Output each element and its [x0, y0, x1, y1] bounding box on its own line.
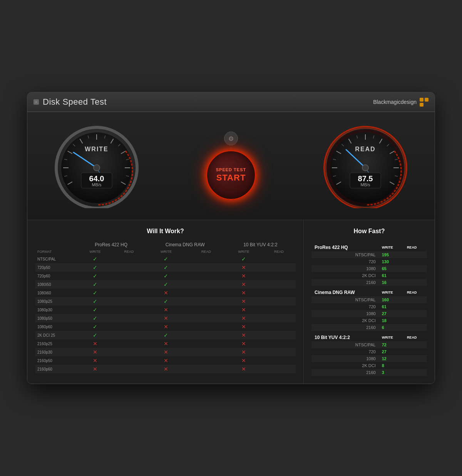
check-icon: ✓	[93, 256, 97, 262]
read-check-cell	[113, 339, 145, 348]
read-check-cell	[187, 272, 225, 280]
table-row: 720p50✓✓✕	[35, 263, 296, 272]
read-check-cell	[113, 365, 145, 373]
write-value: 195	[379, 251, 404, 258]
check-cell: ✓	[145, 331, 187, 339]
brand-name: Blackmagicdesign	[373, 99, 417, 105]
check-icon: ✓	[93, 264, 97, 271]
read-check-cell	[262, 339, 296, 348]
group-name: Cinema DNG RAW	[311, 286, 379, 296]
list-item: 720 61	[311, 303, 427, 310]
cross-icon: ✕	[241, 307, 246, 313]
brand-dot-2	[425, 98, 429, 102]
list-item: 2160 16	[311, 279, 427, 286]
read-check-cell	[187, 322, 225, 331]
check-icon: ✓	[164, 281, 168, 287]
title-bar: × Disk Speed Test Blackmagicdesign	[27, 92, 435, 112]
write-value: 8	[379, 362, 404, 369]
check-cell: ✓	[225, 255, 262, 263]
write-value: 12	[379, 355, 404, 362]
format-label: 1080	[311, 265, 379, 272]
read-check-cell	[113, 314, 145, 322]
pres-header: ProRes 422 HQ	[77, 241, 145, 249]
check-cell: ✓	[77, 331, 113, 339]
read-value	[404, 355, 427, 362]
format-label: 720	[311, 258, 379, 265]
write-value: 65	[379, 265, 404, 272]
start-button[interactable]: SPEED TEST START	[206, 150, 256, 200]
format-cell: 1080p25	[35, 297, 77, 306]
how-fast-table: ProRes 422 HQWRITEREAD NTSC/PAL 195 720 …	[311, 241, 427, 376]
format-cell: 2160p60	[35, 365, 77, 373]
read-check-cell	[262, 289, 296, 297]
brand-logo: Blackmagicdesign	[373, 98, 429, 107]
svg-text:MB/s: MB/s	[360, 182, 370, 187]
check-cell: ✕	[225, 306, 262, 314]
write-value: 3	[379, 369, 404, 376]
check-cell: ✓	[145, 255, 187, 263]
cross-icon: ✕	[241, 357, 246, 364]
check-cell: ✕	[77, 356, 113, 365]
check-cell: ✓	[77, 314, 113, 322]
check-cell: ✓	[145, 297, 187, 306]
gauges-section: WRITE 64.0 MB/s ⚙ SPEED TEST START	[27, 112, 435, 220]
svg-text:MB/s: MB/s	[92, 182, 102, 187]
group-header-row: ProRes 422 HQWRITEREAD	[311, 241, 427, 251]
cross-icon: ✕	[241, 298, 246, 304]
check-cell: ✕	[225, 348, 262, 356]
check-icon: ✓	[164, 273, 168, 279]
gear-button[interactable]: ⚙	[224, 132, 238, 145]
list-item: 2160 6	[311, 324, 427, 331]
table-row: 2160p30✕✕✕	[35, 348, 296, 356]
check-cell: ✓	[77, 272, 113, 280]
pres-write-sub: WRITE	[77, 249, 113, 255]
read-check-cell	[262, 255, 296, 263]
table-row: 2K DCI 25✓✓✕	[35, 331, 296, 339]
format-cell: 2160p30	[35, 348, 77, 356]
read-check-cell	[113, 289, 145, 297]
cross-icon: ✕	[241, 281, 246, 287]
cross-icon: ✕	[164, 324, 168, 330]
check-cell: ✕	[145, 365, 187, 373]
cross-icon: ✕	[164, 341, 168, 347]
cross-icon: ✕	[241, 341, 246, 347]
list-item: 1080 12	[311, 355, 427, 362]
write-gauge-svg: WRITE 64.0 MB/s	[43, 124, 151, 208]
list-item: NTSC/PAL 195	[311, 251, 427, 258]
check-cell: ✓	[77, 280, 113, 289]
check-icon: ✓	[164, 264, 168, 271]
read-check-cell	[187, 314, 225, 322]
group-header-row: Cinema DNG RAWWRITEREAD	[311, 286, 427, 296]
yuv-read-sub: READ	[262, 249, 296, 255]
group-header-row: 10 Bit YUV 4:2:2WRITEREAD	[311, 331, 427, 341]
format-label: NTSC/PAL	[311, 341, 379, 348]
read-value	[404, 303, 427, 310]
format-label: 2K DCI	[311, 362, 379, 369]
check-cell: ✓	[77, 322, 113, 331]
read-check-cell	[113, 272, 145, 280]
format-label: 2160	[311, 324, 379, 331]
svg-point-50	[362, 165, 368, 171]
cross-icon: ✕	[241, 349, 246, 355]
check-cell: ✕	[225, 365, 262, 373]
read-check-cell	[113, 356, 145, 365]
table-row: 2160p50✕✕✕	[35, 356, 296, 365]
cross-icon: ✕	[164, 366, 168, 372]
check-cell: ✕	[145, 289, 187, 297]
cross-icon: ✕	[241, 332, 246, 338]
cross-icon: ✕	[241, 264, 246, 271]
read-value	[404, 362, 427, 369]
check-cell: ✓	[77, 297, 113, 306]
write-value: 72	[379, 341, 404, 348]
read-check-cell	[113, 255, 145, 263]
read-check-cell	[113, 263, 145, 272]
write-value: 130	[379, 258, 404, 265]
read-col-header: READ	[404, 331, 427, 341]
close-button[interactable]: ×	[33, 99, 39, 105]
read-check-cell	[187, 280, 225, 289]
list-item: NTSC/PAL 72	[311, 341, 427, 348]
cross-icon: ✕	[164, 349, 168, 355]
format-cell: 720p60	[35, 272, 77, 280]
read-check-cell	[113, 306, 145, 314]
check-cell: ✓	[77, 306, 113, 314]
